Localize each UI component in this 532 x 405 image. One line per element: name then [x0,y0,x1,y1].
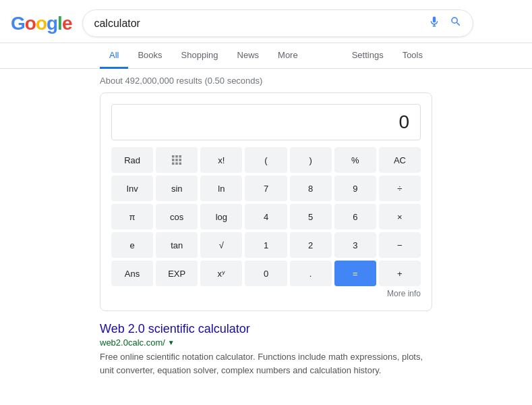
calc-btn-3[interactable]: 3 [334,232,376,258]
calc-btn-e[interactable]: e [111,232,153,258]
svg-rect-0 [172,155,175,158]
results-info: About 492,000,000 results (0.50 seconds) [0,69,532,92]
svg-rect-2 [179,155,182,158]
nav-right: Settings Tools [343,43,432,68]
calc-btn-___________[interactable] [156,147,198,173]
calc-btn-EXP[interactable]: EXP [156,261,198,286]
calc-btn-cos[interactable]: cos [156,204,198,230]
more-info-link[interactable]: More info [111,286,421,300]
calc-btn-_[interactable]: ) [290,147,332,173]
calc-btn-_[interactable]: + [379,261,421,286]
nav-tabs: All Books Shopping News More Settings To… [0,43,532,69]
result-url-dropdown-icon[interactable]: ▼ [168,339,175,346]
search-result: Web 2.0 scientific calculator web2.0calc… [100,322,432,377]
calc-button-grid: Radx!()%ACInvsinln789÷πcoslog456×etan√12… [111,147,421,286]
calc-btn-_[interactable]: × [379,204,421,230]
result-snippet: Free online scientific notation calculat… [100,350,432,377]
calc-btn-ln[interactable]: ln [200,176,242,201]
calc-btn-_[interactable]: − [379,232,421,258]
calc-btn-_[interactable]: ( [245,147,287,173]
tab-tools[interactable]: Tools [393,43,432,69]
tab-more[interactable]: More [268,43,307,69]
logo-letter-l: l [57,13,62,34]
calc-btn-AC[interactable]: AC [379,147,421,173]
calc-btn-_[interactable]: ÷ [379,176,421,201]
calc-btn-1[interactable]: 1 [245,232,287,258]
logo-letter-g2: g [47,13,57,34]
search-submit-icon[interactable] [450,16,462,31]
google-logo: Google [11,13,71,34]
result-url-text: web2.0calc.com/ [100,338,165,348]
svg-rect-7 [175,163,178,165]
svg-rect-6 [172,163,175,165]
calc-btn-_[interactable]: √ [200,232,242,258]
logo-letter-o2: o [36,13,47,34]
calc-btn-0[interactable]: 0 [245,261,287,286]
calc-btn-_[interactable]: . [290,261,332,286]
result-title-link[interactable]: Web 2.0 scientific calculator [100,322,432,336]
tab-all[interactable]: All [100,43,128,69]
calc-btn-6[interactable]: 6 [334,204,376,230]
tab-news[interactable]: News [228,43,269,69]
logo-letter-e: e [62,13,72,34]
search-input[interactable] [94,18,428,30]
search-bar [82,9,473,37]
calc-btn-x_[interactable]: xʸ [200,261,242,286]
calc-btn-Ans[interactable]: Ans [111,261,153,286]
svg-rect-3 [172,159,175,161]
calc-btn-5[interactable]: 5 [290,204,332,230]
calc-btn-8[interactable]: 8 [290,176,332,201]
calc-display: 0 [111,104,421,140]
calc-btn-_[interactable]: = [334,261,376,286]
result-url: web2.0calc.com/ ▼ [100,338,432,348]
logo-letter-o1: o [25,13,36,34]
calc-btn-log[interactable]: log [200,204,242,230]
tab-books[interactable]: Books [128,43,171,69]
calc-btn-x_[interactable]: x! [200,147,242,173]
tab-shopping[interactable]: Shopping [172,43,228,69]
calc-btn-Rad[interactable]: Rad [111,147,153,173]
calc-btn-Inv[interactable]: Inv [111,176,153,201]
calc-btn-9[interactable]: 9 [334,176,376,201]
search-icon-group [428,16,462,31]
calc-btn-_[interactable]: π [111,204,153,230]
logo-letter-g: G [11,13,25,34]
microphone-icon[interactable] [428,16,440,31]
svg-rect-8 [179,163,182,165]
tab-settings[interactable]: Settings [343,43,393,69]
calculator-card: 0 Radx!()%ACInvsinln789÷πcoslog456×etan√… [100,92,432,311]
calc-btn-sin[interactable]: sin [156,176,198,201]
calc-btn-7[interactable]: 7 [245,176,287,201]
calc-btn-tan[interactable]: tan [156,232,198,258]
svg-rect-4 [175,159,178,161]
svg-rect-5 [179,159,182,161]
calc-btn-2[interactable]: 2 [290,232,332,258]
header: Google [0,0,532,43]
svg-rect-1 [175,155,178,158]
calc-btn-4[interactable]: 4 [245,204,287,230]
calc-btn-_[interactable]: % [334,147,376,173]
